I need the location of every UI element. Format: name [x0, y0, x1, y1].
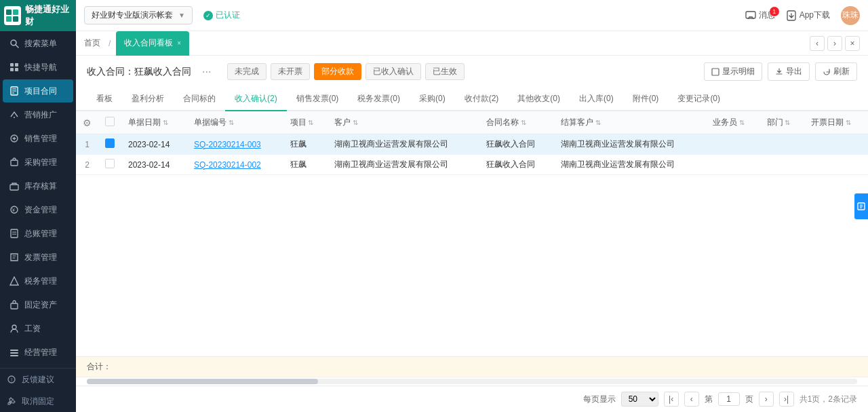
- active-tab[interactable]: 收入合同看板 ×: [116, 31, 189, 56]
- subtab-profit[interactable]: 盈利分析: [122, 88, 174, 111]
- subtab-kanban[interactable]: 看板: [87, 88, 122, 111]
- next-page-btn[interactable]: ›: [759, 392, 774, 407]
- row-date: 2023-02-14: [121, 155, 187, 175]
- scroll-bar[interactable]: [87, 379, 857, 384]
- sidebar-item-invoice[interactable]: 发票管理: [3, 246, 73, 269]
- export-btn[interactable]: 导出: [768, 62, 810, 81]
- home-tab[interactable]: 首页: [84, 37, 108, 49]
- scroll-bar-row: [76, 377, 868, 386]
- app-download-action[interactable]: App下载: [786, 10, 830, 21]
- th-check: [98, 111, 121, 134]
- page-title: 收入合同：狂飙收入合同: [87, 66, 191, 78]
- sales-icon: [8, 132, 20, 145]
- user-avatar[interactable]: 珠珠: [841, 6, 860, 25]
- topbar-right: 1 消息 App下载 珠珠: [745, 6, 860, 25]
- th-settlement[interactable]: 结算客户: [554, 111, 706, 134]
- panel-icon: [856, 202, 866, 211]
- subtab-payment[interactable]: 收付款(2): [455, 88, 509, 111]
- th-date[interactable]: 单据日期: [121, 111, 187, 134]
- tax-icon: [8, 275, 20, 287]
- th-department[interactable]: 部门: [760, 111, 804, 134]
- status-btn-incomplete[interactable]: 未完成: [227, 63, 267, 80]
- nav-prev-btn[interactable]: ‹: [810, 36, 825, 51]
- message-action[interactable]: 1 消息: [745, 10, 775, 21]
- sidebar-item-search[interactable]: 搜索菜单: [3, 32, 73, 55]
- th-project[interactable]: 项目: [283, 111, 328, 134]
- th-salesperson[interactable]: 业务员: [706, 111, 760, 134]
- verified-icon: ✓: [203, 11, 213, 20]
- verified-text: 已认证: [216, 10, 240, 21]
- th-number[interactable]: 单据编号: [187, 111, 283, 134]
- message-icon: [745, 10, 756, 21]
- table-row[interactable]: 1 2023-02-14 SQ-20230214-003 狂飙 湖南卫视商业运营…: [76, 134, 868, 155]
- header-checkbox[interactable]: [105, 117, 115, 126]
- refresh-btn[interactable]: 刷新: [815, 62, 857, 81]
- scroll-thumb[interactable]: [87, 379, 318, 384]
- subtab-subject[interactable]: 合同标的: [174, 88, 225, 111]
- svg-point-25: [12, 325, 16, 329]
- company-selector[interactable]: 好业财专业版演示帐套 ▼: [84, 6, 193, 24]
- sidebar-bottom-feedback[interactable]: ! 反馈建议: [0, 369, 76, 390]
- row-settlement: 湖南卫视商业运营发展有限公司: [554, 134, 706, 155]
- sidebar-item-marketing[interactable]: 营销推广: [3, 103, 73, 126]
- subtab-other[interactable]: 其他收支(0): [508, 88, 570, 111]
- current-page[interactable]: 1: [718, 392, 740, 406]
- sidebar-item-ledger[interactable]: 总账管理: [3, 222, 73, 245]
- sidebar-item-assets[interactable]: 固定资产: [3, 293, 73, 316]
- total-info: 共1页，2条记录: [800, 394, 857, 405]
- svg-rect-9: [15, 68, 18, 71]
- sidebar-item-management[interactable]: 经营管理: [3, 341, 73, 364]
- nav-next-btn[interactable]: ›: [827, 36, 842, 51]
- sidebar-bottom-unpin[interactable]: 取消固定: [0, 390, 76, 412]
- page-label: 第: [705, 394, 713, 405]
- show-detail-btn[interactable]: 显示明细: [704, 62, 762, 81]
- more-icon[interactable]: ···: [199, 66, 214, 78]
- status-btn-partial[interactable]: 部分收款: [314, 63, 361, 80]
- status-btn-uninvoiced[interactable]: 未开票: [271, 63, 310, 80]
- close-tab-icon[interactable]: ×: [177, 39, 181, 47]
- first-page-btn[interactable]: |‹: [664, 392, 679, 407]
- row-checkbox[interactable]: [98, 155, 121, 175]
- sidebar-item-nav[interactable]: 快捷导航: [3, 56, 73, 79]
- last-page-btn[interactable]: ›|: [779, 392, 794, 407]
- subtab-sales-invoice[interactable]: 销售发票(0): [287, 88, 349, 111]
- sidebar-item-fund[interactable]: ¥ 资金管理: [3, 198, 73, 221]
- sidebar-item-salary[interactable]: 工资: [3, 317, 73, 340]
- row-customer: 湖南卫视商业运营发展有限公司: [328, 155, 479, 175]
- settings-icon[interactable]: ⚙: [83, 117, 92, 128]
- svg-line-5: [16, 45, 18, 48]
- row-number[interactable]: SQ-20230214-003: [187, 134, 283, 155]
- svg-rect-28: [10, 355, 18, 356]
- row-number[interactable]: SQ-20230214-002: [187, 155, 283, 175]
- th-invoice-date[interactable]: 开票日期: [804, 111, 868, 134]
- sidebar-item-label-management: 经营管理: [24, 347, 57, 358]
- subtab-attachment[interactable]: 附件(0): [623, 88, 669, 111]
- status-btn-confirmed[interactable]: 已收入确认: [366, 63, 421, 80]
- subtab-purchase[interactable]: 采购(0): [410, 88, 455, 111]
- sidebar-item-tax[interactable]: 税务管理: [3, 269, 73, 293]
- subtab-revenue-confirm[interactable]: 收入确认(2): [225, 88, 287, 111]
- footer-total-label: 合计：: [87, 361, 111, 373]
- status-btn-effective[interactable]: 已生效: [425, 63, 465, 80]
- subtab-warehouse[interactable]: 出入库(0): [570, 88, 623, 111]
- sidebar-item-inventory[interactable]: 库存核算: [3, 174, 73, 198]
- svg-rect-16: [11, 160, 18, 166]
- row-contract: 狂飙收入合同: [479, 134, 554, 155]
- per-page-select[interactable]: 50 100 200: [621, 392, 658, 407]
- svg-marker-23: [10, 277, 18, 285]
- nav-close-btn[interactable]: ×: [845, 36, 860, 51]
- prev-page-btn[interactable]: ‹: [684, 392, 699, 407]
- sidebar-item-sales[interactable]: 销售管理: [3, 127, 73, 150]
- export-icon: [775, 68, 783, 76]
- subtab-changes[interactable]: 变更记录(0): [668, 88, 730, 111]
- row-checkbox[interactable]: [98, 134, 121, 155]
- subtab-tax-invoice[interactable]: 税务发票(0): [348, 88, 410, 111]
- th-contract[interactable]: 合同名称: [479, 111, 554, 134]
- right-panel-btn[interactable]: [854, 193, 868, 219]
- sidebar-item-purchase[interactable]: 采购管理: [3, 151, 73, 174]
- company-name: 好业财专业版演示帐套: [92, 10, 173, 21]
- table-row[interactable]: 2 2023-02-14 SQ-20230214-002 狂飙 湖南卫视商业运营…: [76, 155, 868, 175]
- sidebar-item-contract[interactable]: 项目合同: [3, 79, 73, 102]
- sidebar-bottom-unpin-label: 取消固定: [22, 396, 54, 407]
- th-customer[interactable]: 客户: [328, 111, 479, 134]
